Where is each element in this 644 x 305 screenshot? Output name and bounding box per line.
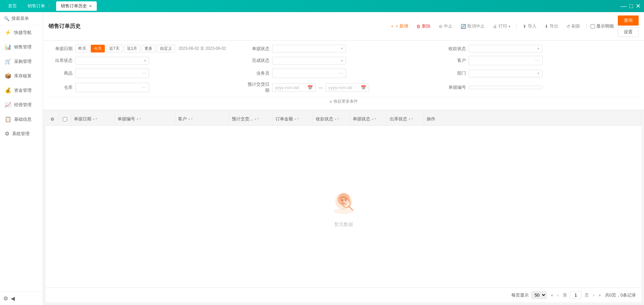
settings-button[interactable]: 设置 — [618, 27, 639, 37]
completion-arrow-icon: ▾ — [341, 59, 343, 63]
date-btn-today[interactable]: 今天 — [91, 45, 105, 52]
th-payment-status[interactable]: 收款状态 ▲▼ — [313, 113, 350, 125]
sidebar-item-quick-nav[interactable]: ⚡ 快捷导航 — [0, 25, 43, 40]
order-no-sort-icon[interactable]: ▲▼ — [136, 118, 141, 120]
order-status-sort-icon[interactable]: ▲▼ — [371, 118, 377, 120]
th-order-status[interactable]: 单据状态 ▲▼ — [350, 113, 387, 125]
print-button[interactable]: 🖨 打印 ▾ — [491, 22, 512, 31]
order-no-input[interactable] — [469, 86, 543, 89]
display-detail-input[interactable] — [591, 24, 595, 29]
th-amount[interactable]: 订单金额 ▲▼ — [273, 113, 313, 125]
tab-sales-order-history[interactable]: 销售订单历史 ✕ — [56, 1, 97, 11]
sidebar-item-inventory[interactable]: 📦 库存核算 — [0, 69, 43, 83]
completion-select[interactable]: ▾ — [272, 57, 346, 65]
next-page-btn[interactable]: › — [592, 292, 596, 298]
customer-input[interactable]: ··· — [469, 56, 543, 65]
warehouse-input[interactable]: ··· — [75, 83, 149, 92]
last-page-btn[interactable]: » — [597, 292, 602, 298]
payment-status-select[interactable]: ▾ — [469, 45, 543, 52]
th-date[interactable]: 单据日期 ▲▼ — [71, 113, 115, 125]
salesperson-input[interactable]: ··· — [272, 69, 346, 78]
customer-sort-icon[interactable]: ▲▼ — [188, 118, 193, 120]
export-button[interactable]: ⬇ 导出 — [543, 22, 560, 31]
date-btn-yesterday[interactable]: 昨天 — [75, 45, 89, 52]
product-more-icon[interactable]: ··· — [142, 70, 146, 76]
date-btn-1month[interactable]: 近1月 — [124, 45, 140, 52]
page-number-input[interactable] — [570, 292, 582, 299]
search-button[interactable]: 查询 — [618, 15, 639, 26]
order-status-select[interactable]: ▾ — [272, 45, 346, 52]
import-icon: ⬆ — [523, 24, 526, 29]
import-button[interactable]: ⬆ 导入 — [521, 22, 539, 31]
close-icon[interactable]: ✕ — [636, 2, 641, 10]
th-settings[interactable]: ⚙ — [46, 113, 59, 125]
page-size-label: 每页显示 — [511, 292, 529, 298]
stock-out-select[interactable]: ▾ — [75, 57, 149, 65]
delivery-sort-icon[interactable]: ▲▼ — [254, 118, 259, 120]
salesperson-more-icon[interactable]: ··· — [338, 70, 343, 76]
delete-button[interactable]: 🗑 删除 — [414, 22, 433, 31]
stop-button[interactable]: ⊘ 中止 — [437, 22, 455, 31]
stock-sort-icon[interactable]: ▲▼ — [408, 118, 414, 120]
payment-sort-icon[interactable]: ▲▼ — [334, 118, 340, 120]
sidebar-item-operations[interactable]: 📈 经营管理 — [0, 98, 43, 112]
date-btn-custom[interactable]: 自定义 — [157, 45, 175, 52]
refresh-button[interactable]: ↺ 刷新 — [564, 22, 582, 31]
department-label: 部门 — [442, 70, 469, 76]
th-stock-status[interactable]: 出库状态 ▲▼ — [387, 113, 424, 125]
customer-more-icon[interactable]: ··· — [535, 58, 540, 64]
display-detail-checkbox[interactable]: 显示明细 — [591, 23, 614, 29]
order-status-arrow-icon: ▾ — [341, 46, 343, 51]
first-page-btn[interactable]: « — [549, 292, 554, 298]
sidebar-item-purchase-mgmt[interactable]: 🛒 采购管理 — [0, 54, 43, 69]
maximize-icon[interactable]: □ — [629, 3, 633, 10]
cancel-stop-button[interactable]: 🔄 取消中止 — [459, 22, 487, 31]
sidebar-item-base-info[interactable]: 📋 基础信息 — [0, 112, 43, 126]
prev-page-btn[interactable]: ‹ — [556, 292, 560, 298]
close-tab-sales-order[interactable]: ✕ — [47, 4, 50, 8]
customer-label: 客户 — [442, 58, 469, 64]
collapse-icon: ∧ — [329, 99, 332, 104]
quick-nav-icon: ⚡ — [5, 29, 11, 36]
th-delivery[interactable]: 预计交货... ▲▼ — [229, 113, 273, 125]
sidebar-item-system-mgmt[interactable]: ⚙ 系统管理 — [0, 126, 43, 141]
delivery-date-from-input[interactable]: yyyy-mm-dd 📅 — [272, 83, 316, 92]
product-input[interactable]: ··· — [75, 69, 149, 78]
filter-row-2: 出库状态 ▾ 完成状态 ▾ 客户 — [48, 56, 639, 65]
product-control: ··· — [75, 69, 245, 78]
sidebar-item-sales-mgmt[interactable]: 📊 销售管理 — [0, 40, 43, 54]
department-control: ▾ — [469, 70, 639, 77]
base-info-icon: 📋 — [5, 116, 11, 122]
sidebar-item-finance[interactable]: 💰 资金管理 — [0, 83, 43, 98]
sidebar-search[interactable]: 🔍 搜索菜单 — [0, 12, 43, 25]
th-checkbox[interactable] — [59, 114, 71, 125]
page-size-select[interactable]: 50 — [531, 291, 547, 299]
department-arrow-icon: ▾ — [538, 71, 540, 76]
amount-sort-icon[interactable]: ▲▼ — [294, 118, 299, 120]
minimize-icon[interactable]: — — [620, 3, 627, 10]
close-tab-sales-order-history[interactable]: ✕ — [89, 4, 92, 8]
settings-bottom-icon[interactable]: ⚙ — [3, 295, 8, 302]
settings-column-icon[interactable]: ⚙ — [50, 117, 54, 122]
warehouse-control: ··· — [75, 83, 245, 92]
refresh-icon: ↺ — [566, 24, 570, 29]
collapse-more-conditions[interactable]: ∧ 收起更多条件 — [48, 97, 639, 106]
tab-sales-order[interactable]: 销售订单 ✕ — [23, 1, 55, 11]
payment-status-label: 收款状态 — [442, 46, 469, 52]
delivery-date-to-input[interactable]: yyyy-mm-dd 📅 — [326, 83, 369, 92]
operations-icon: 📈 — [5, 102, 11, 108]
date-btn-more[interactable]: 更多 — [141, 45, 156, 52]
delivery-date-control: yyyy-mm-dd 📅 — yyyy-mm-dd 📅 — [272, 83, 442, 92]
th-order-no[interactable]: 单据编号 ▲▼ — [115, 113, 175, 125]
window-controls: — □ ✕ — [620, 2, 641, 10]
salesperson-label: 业务员 — [245, 70, 272, 76]
collapse-sidebar-icon[interactable]: ◀ — [11, 295, 15, 302]
department-select[interactable]: ▾ — [469, 70, 543, 77]
date-sort-icon[interactable]: ▲▼ — [92, 118, 98, 120]
th-customer[interactable]: 客户 ▲▼ — [175, 113, 229, 125]
date-btn-7days[interactable]: 近7天 — [106, 45, 123, 52]
select-all-checkbox[interactable] — [63, 117, 67, 121]
warehouse-more-icon[interactable]: ··· — [142, 84, 146, 90]
tab-home[interactable]: 首页 — [3, 3, 22, 9]
new-button[interactable]: ＋ + 新增 — [388, 22, 410, 31]
